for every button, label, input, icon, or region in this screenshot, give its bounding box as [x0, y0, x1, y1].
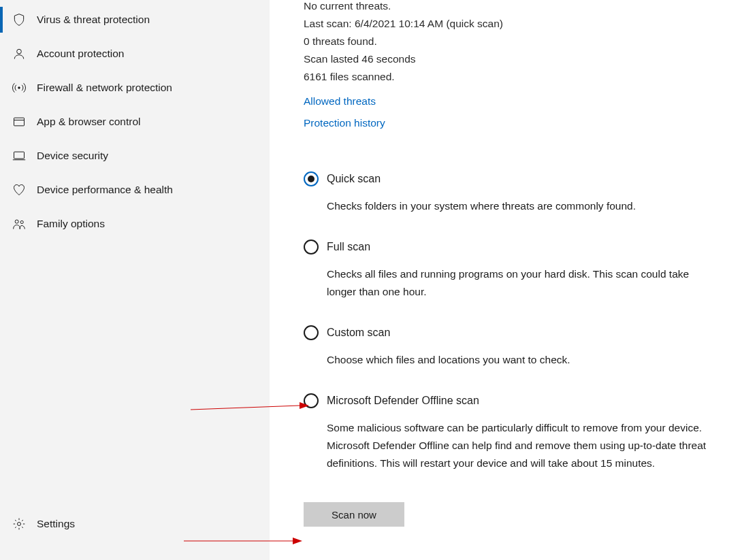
- scan-status: No current threats. Last scan: 6/4/2021 …: [304, 0, 717, 86]
- sidebar-item-label: Device security: [30, 150, 108, 162]
- status-duration: Scan lasted 46 seconds: [304, 50, 717, 68]
- status-files-scanned: 6161 files scanned.: [304, 68, 717, 86]
- option-title: Full scan: [327, 238, 717, 256]
- option-offline-scan[interactable]: Microsoft Defender Offline scan Some mal…: [304, 392, 717, 472]
- link-allowed-threats[interactable]: Allowed threats: [304, 95, 717, 108]
- svg-point-7: [20, 220, 23, 223]
- main-content: No current threats. Last scan: 6/4/2021 …: [270, 0, 742, 560]
- network-icon: [8, 81, 30, 95]
- option-title: Custom scan: [327, 324, 717, 342]
- browser-icon: [8, 115, 30, 129]
- option-custom-scan[interactable]: Custom scan Choose which files and locat…: [304, 324, 717, 369]
- heart-icon: [8, 183, 30, 197]
- sidebar-item-label: Family options: [30, 218, 105, 230]
- option-quick-scan[interactable]: Quick scan Checks folders in your system…: [304, 170, 717, 215]
- svg-point-6: [15, 220, 18, 223]
- person-icon: [8, 47, 30, 61]
- option-desc: Checks all files and running programs on…: [327, 265, 708, 301]
- option-title: Microsoft Defender Offline scan: [327, 392, 717, 410]
- scan-now-button[interactable]: Scan now: [304, 502, 404, 527]
- sidebar-item-firewall-network-protection[interactable]: Firewall & network protection: [0, 71, 270, 105]
- sidebar-item-label: Device performance & health: [30, 184, 173, 196]
- svg-rect-4: [14, 152, 25, 159]
- svg-point-8: [18, 523, 21, 526]
- sidebar-item-label: Virus & threat protection: [30, 14, 150, 26]
- svg-point-0: [17, 49, 22, 54]
- gear-icon: [8, 517, 30, 531]
- sidebar-item-settings[interactable]: Settings: [0, 507, 270, 541]
- sidebar: Virus & threat protection Account protec…: [0, 0, 270, 560]
- sidebar-item-virus-threat-protection[interactable]: Virus & threat protection: [0, 3, 270, 37]
- device-icon: [8, 149, 30, 163]
- sidebar-item-device-performance-health[interactable]: Device performance & health: [0, 173, 270, 207]
- shield-icon: [8, 13, 30, 27]
- option-title: Quick scan: [327, 170, 717, 188]
- radio-quick-scan[interactable]: [304, 171, 319, 186]
- scan-options: Quick scan Checks folders in your system…: [304, 170, 717, 472]
- status-threats-found: 0 threats found.: [304, 33, 717, 50]
- radio-full-scan[interactable]: [304, 240, 319, 254]
- sidebar-item-label: Settings: [30, 518, 75, 530]
- sidebar-item-account-protection[interactable]: Account protection: [0, 37, 270, 71]
- option-desc: Choose which files and locations you wan…: [327, 351, 708, 369]
- sidebar-item-app-browser-control[interactable]: App & browser control: [0, 105, 270, 139]
- sidebar-item-label: Account protection: [30, 48, 124, 60]
- option-desc: Checks folders in your system where thre…: [327, 197, 708, 215]
- option-full-scan[interactable]: Full scan Checks all files and running p…: [304, 238, 717, 301]
- sidebar-item-label: Firewall & network protection: [30, 82, 172, 94]
- sidebar-item-device-security[interactable]: Device security: [0, 139, 270, 173]
- family-icon: [8, 217, 30, 231]
- link-protection-history[interactable]: Protection history: [304, 117, 717, 129]
- radio-custom-scan[interactable]: [304, 325, 319, 340]
- sidebar-item-family-options[interactable]: Family options: [0, 207, 270, 241]
- radio-offline-scan[interactable]: [304, 393, 319, 408]
- svg-rect-2: [14, 118, 25, 126]
- status-last-scan: Last scan: 6/4/2021 10:14 AM (quick scan…: [304, 15, 717, 33]
- svg-point-1: [18, 87, 20, 89]
- sidebar-item-label: App & browser control: [30, 116, 141, 128]
- status-no-threats: No current threats.: [304, 0, 717, 15]
- option-desc: Some malicious software can be particula…: [327, 419, 708, 472]
